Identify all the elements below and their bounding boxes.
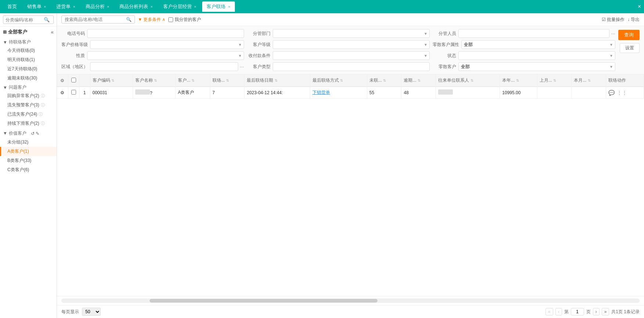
h-scrollbar-thumb[interactable] [150,299,378,303]
sidebar-item-0-0[interactable]: 今天待联络(0) [0,46,57,55]
filter-phone-input[interactable] [87,29,244,38]
filter-region-label: 区域（地区） [61,64,90,70]
filter-search-input[interactable] [65,17,125,22]
sidebar-search-icon: 🔍 [44,17,50,22]
nav-tab-close-goods-analysis[interactable]: × [107,4,109,9]
sidebar-item-0-1[interactable]: 明天待联络(1) [0,55,57,64]
row-action-more-0[interactable]: ⋮⋮ [617,90,627,96]
sidebar-item-1-2[interactable]: 已流失客户(24)ⓘ [0,110,57,119]
prev-page-btn[interactable]: ‹ [555,308,562,315]
filter-region-dots[interactable]: ··· [240,64,244,70]
sidebar-item-1-1[interactable]: 流失预警客户(3)ⓘ [0,100,57,110]
settings-button[interactable]: 设置 [620,43,640,53]
sidebar-search-input[interactable] [6,17,42,22]
table-col-overdue[interactable]: 逾期... ⇅ [401,74,436,87]
sidebar-group-label-0[interactable]: ▼ 待联络客户 [0,38,57,46]
filter-cust-type-input[interactable] [273,62,430,71]
first-page-btn[interactable]: « [545,308,553,315]
sidebar-item-info-1-1[interactable]: ⓘ [41,103,45,107]
table-col-last-date[interactable]: 最后联络日期 ⇅ [244,74,310,87]
filter-scatter-select[interactable]: 全部 [458,62,615,71]
all-customers-header[interactable]: ⊞ 全部客户 « [0,26,57,38]
table-col-name[interactable]: 客户名称 ⇅ [133,74,175,87]
filter-price-label: 客户价格等级 [61,42,90,48]
filter-status: 状态 ▼ [433,51,615,60]
h-scrollbar[interactable] [61,298,640,303]
filter-dept: 分管部门 ▼ [247,29,430,38]
nav-tab-goods-analysis[interactable]: 商品分析× [81,1,114,12]
filter-person-label: 分管人员 [433,31,458,37]
query-button[interactable]: 查询 [618,30,640,40]
nav-tab-close-purchase[interactable]: × [73,4,75,9]
filter-nature-select[interactable] [87,51,244,60]
sidebar-item-1-0[interactable]: 回购异常客户(2)ⓘ [0,91,57,100]
sidebar-item-2-2[interactable]: B类客户(33) [0,156,57,165]
nav-tab-close-customer-tier[interactable]: × [194,4,196,9]
table-col-code[interactable]: 客户编码 ⇅ [90,74,133,87]
batch-op-btn[interactable]: ☑ 批量操作 [602,17,625,23]
filter-dept-select[interactable] [273,29,430,38]
table-col-type[interactable]: 客户... ⇅ [175,74,210,87]
sidebar-collapse-btn[interactable]: « [51,29,54,35]
sidebar-item-0-3[interactable]: 逾期未联络(30) [0,74,57,83]
table-col-not-contacted[interactable]: 未联... ⇅ [367,74,401,87]
sidebar-group-edit-2[interactable]: ✎ [36,131,39,136]
table-col-contact[interactable]: 联络... ⇅ [210,74,244,87]
table-gear-col[interactable]: ⚙ [57,74,68,87]
nav-tab-home[interactable]: 首页 [3,1,21,12]
filter-payment-select[interactable] [273,51,430,60]
sidebar-item-2-3[interactable]: C类客户(6) [0,165,57,174]
filter-person-input[interactable] [458,29,609,38]
nav-tab-close-goods-list[interactable]: × [150,4,153,9]
filter-region-input[interactable] [90,62,238,71]
filter-scatter-attr-select[interactable]: 全部 [461,40,615,49]
sidebar-group-refresh-2[interactable]: ↺ [31,131,35,136]
my-customers-checkbox[interactable] [168,17,173,22]
sidebar-item-1-3[interactable]: 持续下滑客户(2)ⓘ [0,119,57,128]
nav-tab-goods-list[interactable]: 商品分析列表× [115,1,157,12]
export-btn[interactable]: ↓ 导出 [627,17,640,23]
batch-op-label: 批量操作 [607,17,625,23]
more-conditions-btn[interactable]: ▼ 更多条件 ∧ [138,17,165,23]
filter-nature-wrap: ▼ [87,51,244,60]
table-col-this-month[interactable]: 本月... ⇅ [572,74,606,87]
sidebar-item-2-1[interactable]: A类客户(1) [0,147,57,156]
close-all-tabs[interactable]: × [638,3,641,10]
filter-payment-wrap: ▼ [273,51,430,60]
row-action-chat-0[interactable]: 💬 [608,90,615,96]
table-num-col [79,74,90,87]
filter-price-select[interactable] [90,40,244,49]
sidebar-group-label-2[interactable]: ▼ 价值客户↺✎ [0,128,57,138]
table-select-all[interactable] [71,78,76,82]
filter-row-4: 区域（地区） ··· 客户类型 零散客户 全部 ▼ [61,62,615,71]
nav-tab-purchase[interactable]: 进货单× [52,1,79,12]
sidebar-item-0-2[interactable]: 近7天待联络(0) [0,64,57,74]
per-page-select[interactable]: 50 100 [82,308,101,316]
nav-tab-close-sales[interactable]: × [44,4,46,9]
nav-tab-sales[interactable]: 销售单× [23,1,50,12]
sidebar-item-info-1-2[interactable]: ⓘ [39,112,43,116]
sidebar-item-2-0[interactable]: 未分组(32) [0,138,57,147]
row-check-0[interactable] [71,90,76,95]
filter-person-dots[interactable]: ··· [611,31,615,36]
sidebar-item-info-1-0[interactable]: ⓘ [41,93,45,98]
sidebar-group-label-1[interactable]: ▼ 问题客户 [0,83,57,91]
table-col-last-month[interactable]: 上月... ⇅ [537,74,572,87]
content-area: 🔍 ▼ 更多条件 ∧ 我分管的客户 ☑ 批量操作 ↓ 导出 [57,13,644,318]
filter-level-select[interactable] [273,40,430,49]
sort-icon-last-month: ⇅ [553,78,556,82]
last-page-btn[interactable]: » [602,308,609,315]
row-gear-0[interactable]: ⚙ [57,87,68,99]
nav-tab-close-customer-contact[interactable]: × [228,4,230,9]
nav-tab-customer-contact[interactable]: 客户联络× [202,1,235,12]
filter-status-select[interactable] [458,51,615,60]
export-label: 导出 [631,17,640,23]
next-page-btn[interactable]: › [593,308,600,315]
page-input[interactable] [571,308,584,315]
table-col-unit-contact[interactable]: 往来单位联系人 ⇅ [436,74,500,87]
row-last-method-link-0[interactable]: 下销货单 [312,90,330,95]
nav-tab-customer-tier[interactable]: 客户分层经营× [159,1,201,12]
sidebar-item-info-1-3[interactable]: ⓘ [41,121,45,126]
table-col-this-year[interactable]: 本年... ⇅ [500,74,537,87]
table-col-last-method[interactable]: 最后联络方式 ⇅ [310,74,367,87]
